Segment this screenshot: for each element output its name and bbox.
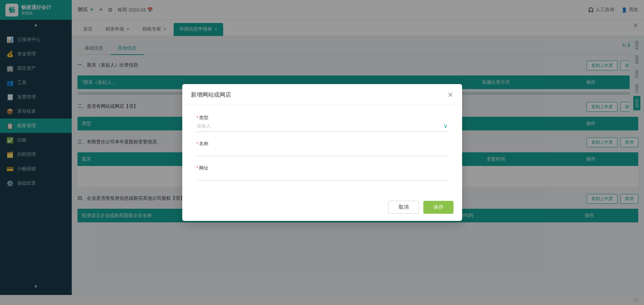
modal-body: *类型 ∨ *名称 *网址 — [182, 105, 462, 197]
modal-close-button[interactable]: ✕ — [447, 91, 453, 99]
modal-header: 新增网站或网店 ✕ — [182, 84, 462, 105]
modal-title: 新增网站或网店 — [191, 91, 231, 99]
save-button[interactable]: 保存 — [423, 201, 453, 214]
form-input-row-url — [197, 173, 448, 181]
required-star-name: * — [197, 141, 198, 146]
name-input[interactable] — [197, 148, 448, 154]
cancel-button[interactable]: 取消 — [388, 201, 419, 214]
add-website-modal: 新增网站或网店 ✕ *类型 ∨ *名称 — [182, 84, 462, 221]
required-star-type: * — [197, 115, 198, 120]
required-star-url: * — [197, 165, 198, 171]
form-label-type: *类型 — [197, 115, 448, 121]
modal-overlay: 新增网站或网店 ✕ *类型 ∨ *名称 — [0, 0, 644, 305]
type-dropdown-icon[interactable]: ∨ — [443, 123, 448, 129]
form-input-row-name — [197, 148, 448, 156]
form-label-url: *网址 — [197, 165, 448, 171]
modal-footer: 取消 保存 — [182, 197, 462, 221]
form-row-name: *名称 — [197, 140, 448, 156]
form-label-name: *名称 — [197, 140, 448, 147]
form-row-url: *网址 — [197, 165, 448, 181]
type-input[interactable] — [197, 123, 439, 129]
url-input[interactable] — [197, 173, 448, 178]
form-row-type: *类型 ∨ — [197, 115, 448, 132]
form-input-row-type: ∨ — [197, 123, 448, 132]
